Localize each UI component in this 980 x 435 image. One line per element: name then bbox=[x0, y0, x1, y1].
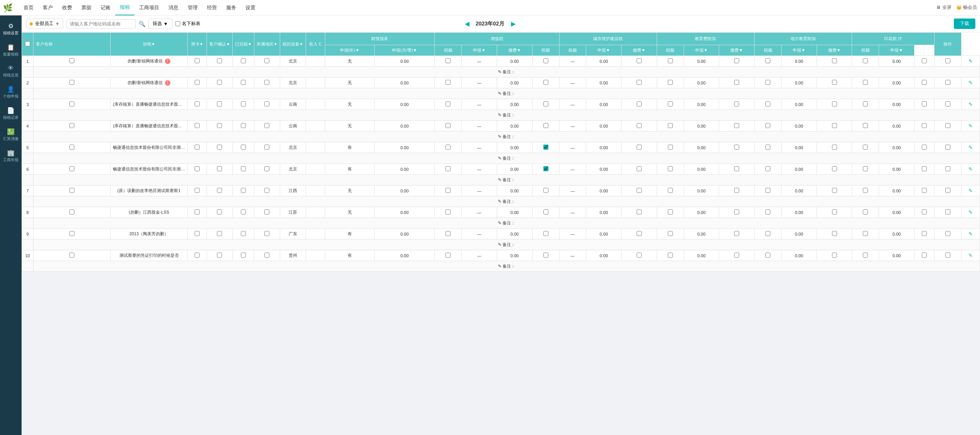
card-checkbox[interactable] bbox=[217, 101, 222, 106]
vat-report-checkbox[interactable] bbox=[543, 209, 548, 214]
nav-item-fee[interactable]: 收费 bbox=[57, 0, 77, 15]
row-checkbox[interactable] bbox=[69, 145, 74, 150]
city-report-checkbox[interactable] bbox=[668, 58, 673, 63]
sidebar-item-tax-record[interactable]: 📄 报税记录 bbox=[0, 103, 22, 124]
edu-report-checkbox[interactable] bbox=[765, 145, 770, 150]
paid-checkbox[interactable] bbox=[264, 188, 269, 193]
copy-tax-checkbox[interactable] bbox=[195, 231, 200, 236]
card-checkbox[interactable] bbox=[217, 58, 222, 63]
vat-report-checkbox[interactable] bbox=[543, 253, 548, 258]
local-edu-amount-checkbox[interactable] bbox=[832, 166, 837, 171]
company-name-cell[interactable]: (库存核算）直播畅捷通信息技术股份有限... ! bbox=[111, 121, 188, 132]
filter-button[interactable]: 筛选 ▼ bbox=[148, 19, 172, 29]
stamp-report-checkbox[interactable] bbox=[945, 209, 950, 214]
local-edu-report-checkbox[interactable] bbox=[863, 209, 868, 214]
local-edu-report-checkbox[interactable] bbox=[863, 58, 868, 63]
local-edu-report-checkbox[interactable] bbox=[863, 188, 868, 193]
vat-report-checkbox[interactable] bbox=[543, 188, 548, 193]
card-checkbox[interactable] bbox=[217, 123, 222, 128]
row-checkbox[interactable] bbox=[69, 253, 74, 258]
copy-tax-checkbox[interactable] bbox=[195, 101, 200, 106]
company-name-cell[interactable]: 畅捷通信息技术股份有限公司民非测试 ! bbox=[111, 142, 188, 153]
edu-report-checkbox[interactable] bbox=[765, 209, 770, 214]
vat-report-checkbox[interactable] bbox=[543, 80, 548, 85]
stamp-amount-checkbox[interactable] bbox=[922, 80, 927, 85]
paid-checkbox[interactable] bbox=[264, 166, 269, 171]
row-checkbox[interactable] bbox=[69, 123, 74, 128]
confirm-checkbox[interactable] bbox=[241, 80, 246, 85]
company-name-cell[interactable]: 勿删!新锐网络通信 ! bbox=[111, 78, 188, 88]
city-amount-checkbox[interactable] bbox=[637, 188, 642, 193]
nav-item-message[interactable]: 消息 bbox=[164, 0, 183, 15]
confirm-checkbox[interactable] bbox=[241, 58, 246, 63]
nav-item-customer[interactable]: 客户 bbox=[38, 0, 57, 15]
nav-item-invoice[interactable]: 票据 bbox=[77, 0, 96, 15]
row-checkbox[interactable] bbox=[69, 166, 74, 171]
stamp-report-checkbox[interactable] bbox=[945, 58, 950, 63]
stamp-report-checkbox[interactable] bbox=[945, 101, 950, 106]
sidebar-item-batch-tax[interactable]: 📋 批量报税 bbox=[0, 40, 22, 61]
local-edu-amount-checkbox[interactable] bbox=[832, 209, 837, 214]
select-all-checkbox[interactable] bbox=[25, 41, 30, 46]
confirm-checkbox[interactable] bbox=[241, 231, 246, 236]
city-amount-checkbox[interactable] bbox=[637, 80, 642, 85]
annual-report-checkbox[interactable] bbox=[445, 58, 450, 63]
confirm-checkbox[interactable] bbox=[241, 145, 246, 150]
stamp-amount-checkbox[interactable] bbox=[922, 123, 927, 128]
paid-checkbox[interactable] bbox=[264, 145, 269, 150]
annual-report-checkbox[interactable] bbox=[445, 231, 450, 236]
copy-tax-checkbox[interactable] bbox=[195, 188, 200, 193]
company-name-cell[interactable]: 测试斯赛的凭证打印的时候是否 bbox=[111, 250, 188, 261]
copy-tax-checkbox[interactable] bbox=[195, 166, 200, 171]
search-input[interactable] bbox=[66, 19, 136, 29]
edu-amount-checkbox[interactable] bbox=[734, 101, 739, 106]
stamp-report-checkbox[interactable] bbox=[945, 253, 950, 258]
city-report-checkbox[interactable] bbox=[668, 231, 673, 236]
paid-checkbox[interactable] bbox=[264, 231, 269, 236]
annual-report-checkbox[interactable] bbox=[445, 253, 450, 258]
vat-report-checkbox[interactable] bbox=[543, 101, 548, 106]
city-amount-checkbox[interactable] bbox=[637, 58, 642, 63]
edit-icon[interactable]: ✎ bbox=[968, 58, 973, 64]
copy-tax-checkbox[interactable] bbox=[195, 253, 200, 258]
vat-report-checkbox[interactable] bbox=[543, 231, 548, 236]
paid-checkbox[interactable] bbox=[264, 80, 269, 85]
sidebar-item-tax-settings[interactable]: ⚙ 报税设置 bbox=[0, 19, 22, 40]
row-checkbox[interactable] bbox=[69, 209, 74, 214]
nav-item-service[interactable]: 服务 bbox=[222, 0, 241, 15]
local-edu-amount-checkbox[interactable] bbox=[832, 145, 837, 150]
city-report-checkbox[interactable] bbox=[668, 209, 673, 214]
copy-tax-checkbox[interactable] bbox=[195, 145, 200, 150]
card-checkbox[interactable] bbox=[217, 231, 222, 236]
card-checkbox[interactable] bbox=[217, 166, 222, 171]
annual-report-checkbox[interactable] bbox=[445, 209, 450, 214]
edu-report-checkbox[interactable] bbox=[765, 101, 770, 106]
edu-amount-checkbox[interactable] bbox=[734, 188, 739, 193]
paid-checkbox[interactable] bbox=[264, 101, 269, 106]
edu-report-checkbox[interactable] bbox=[765, 253, 770, 258]
confirm-checkbox[interactable] bbox=[241, 101, 246, 106]
stamp-report-checkbox[interactable] bbox=[945, 145, 950, 150]
edu-report-checkbox[interactable] bbox=[765, 166, 770, 171]
annual-report-checkbox[interactable] bbox=[445, 145, 450, 150]
stamp-report-checkbox[interactable] bbox=[945, 166, 950, 171]
stamp-amount-checkbox[interactable] bbox=[922, 253, 927, 258]
company-name-cell[interactable]: 勿删!新锐网络通信 ! bbox=[111, 56, 188, 67]
edu-amount-checkbox[interactable] bbox=[734, 166, 739, 171]
copy-tax-checkbox[interactable] bbox=[195, 80, 200, 85]
nav-item-business[interactable]: 工商项目 bbox=[134, 0, 164, 15]
vat-report-checkbox[interactable] bbox=[543, 58, 548, 63]
card-checkbox[interactable] bbox=[217, 145, 222, 150]
stamp-amount-checkbox[interactable] bbox=[922, 209, 927, 214]
local-edu-report-checkbox[interactable] bbox=[863, 145, 868, 150]
company-name-cell[interactable]: (勿删）江西股金-LSS bbox=[111, 207, 188, 218]
annual-report-checkbox[interactable] bbox=[445, 188, 450, 193]
sidebar-item-annual-report[interactable]: 🏢 工商年报 bbox=[0, 145, 22, 167]
confirm-checkbox[interactable] bbox=[241, 166, 246, 171]
sidebar-item-annual-clear[interactable]: 💹 汇算清缴 bbox=[0, 124, 22, 145]
annual-report-checkbox[interactable] bbox=[445, 80, 450, 85]
company-name-cell[interactable]: 畅捷通信息技术股份有限公司民非测试 ! bbox=[111, 164, 188, 175]
edit-icon[interactable]: ✎ bbox=[968, 209, 973, 215]
city-report-checkbox[interactable] bbox=[668, 101, 673, 106]
local-edu-amount-checkbox[interactable] bbox=[832, 101, 837, 106]
